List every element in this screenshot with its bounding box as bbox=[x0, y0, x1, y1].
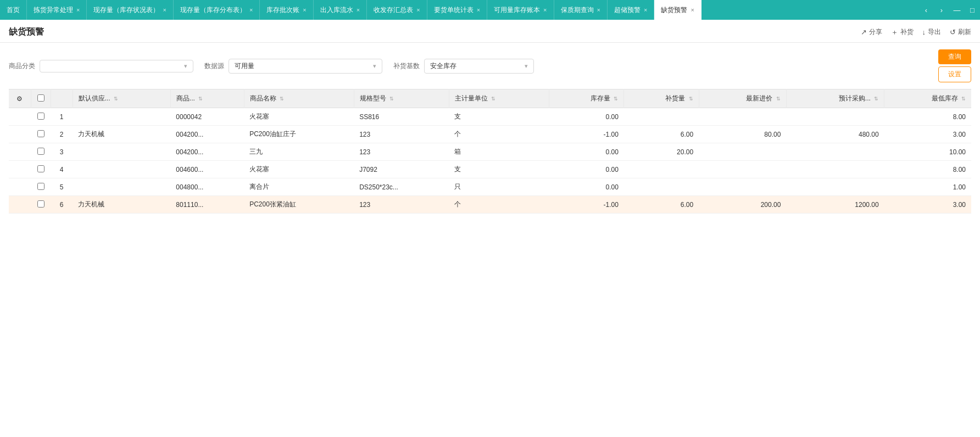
row-replenish-cell: 6.00 bbox=[624, 126, 699, 143]
replenish-base-select[interactable]: 安全库存 ▾ bbox=[424, 59, 534, 74]
row-check-cell bbox=[31, 108, 51, 126]
row-spec-cell: DS250*23c... bbox=[354, 178, 449, 196]
row-checkbox[interactable] bbox=[37, 200, 44, 208]
row-code-cell: 0000042 bbox=[170, 108, 244, 126]
tab-close-batch-account[interactable]: × bbox=[303, 7, 306, 13]
row-name-cell: 三九 bbox=[244, 143, 354, 161]
replenish-base-select-value: 安全库存 bbox=[430, 61, 456, 71]
th-spec[interactable]: 规格型号 ⇅ bbox=[354, 89, 449, 108]
row-spec-cell: 123 bbox=[354, 143, 449, 161]
tab-minimize-btn[interactable]: — bbox=[949, 6, 965, 14]
th-num bbox=[51, 89, 73, 108]
sort-price-icon: ⇅ bbox=[776, 96, 781, 102]
row-stock-cell: -1.00 bbox=[549, 196, 624, 214]
replenish-base-filter-group: 补货基数 安全库存 ▾ bbox=[393, 59, 534, 74]
tab-inout-flow[interactable]: 出入库流水 × bbox=[314, 0, 367, 20]
row-num-cell: 5 bbox=[51, 178, 73, 196]
tab-close-inout-flow[interactable]: × bbox=[357, 7, 360, 13]
table-row: 5 004800... 离合片 DS250*23c... 只 0.00 1.00 bbox=[9, 178, 971, 196]
tab-scroll-right-btn[interactable]: › bbox=[934, 6, 949, 14]
share-button[interactable]: ↗ 分享 bbox=[861, 27, 882, 37]
tab-close-expiry-query[interactable]: × bbox=[597, 7, 600, 13]
row-estimate-cell bbox=[786, 161, 884, 178]
table-row: 1 0000042 火花塞 SS816 支 0.00 8.00 bbox=[9, 108, 971, 126]
datasource-select-value: 可用量 bbox=[235, 61, 254, 71]
row-estimate-cell bbox=[786, 108, 884, 126]
row-code-cell: 004800... bbox=[170, 178, 244, 196]
tab-expiry-query[interactable]: 保质期查询 × bbox=[554, 0, 608, 20]
refresh-icon: ↺ bbox=[950, 28, 956, 36]
th-replenish[interactable]: 补货量 ⇅ bbox=[624, 89, 699, 108]
sort-stock-icon: ⇅ bbox=[614, 96, 618, 102]
select-all-checkbox[interactable] bbox=[37, 94, 44, 102]
tab-collect-summary[interactable]: 收发存汇总表 × bbox=[367, 0, 427, 20]
th-gear[interactable]: ⚙ bbox=[9, 89, 31, 108]
th-code[interactable]: 商品... ⇅ bbox=[170, 89, 244, 108]
query-button[interactable]: 查询 bbox=[938, 49, 971, 64]
row-checkbox[interactable] bbox=[37, 165, 44, 172]
sort-minstk-icon: ⇅ bbox=[961, 96, 966, 102]
tab-close-defect-handling[interactable]: × bbox=[76, 7, 80, 13]
tab-nav-end: ‹ › — □ bbox=[918, 6, 980, 14]
category-dropdown-icon: ▾ bbox=[184, 63, 187, 70]
datasource-select[interactable]: 可用量 ▾ bbox=[229, 59, 382, 74]
share-icon: ↗ bbox=[861, 28, 867, 36]
th-estimate[interactable]: 预计采购... ⇅ bbox=[786, 89, 884, 108]
tab-close-overstock-warning[interactable]: × bbox=[644, 7, 647, 13]
row-checkbox[interactable] bbox=[37, 113, 44, 120]
tab-available-ledger[interactable]: 可用量库存账本 × bbox=[487, 0, 554, 20]
tab-inventory-dist[interactable]: 现存量（库存分布表） × bbox=[174, 0, 260, 20]
row-stock-cell: 0.00 bbox=[549, 108, 624, 126]
row-name-cell: 离合片 bbox=[244, 178, 354, 196]
tab-close-inventory-status[interactable]: × bbox=[163, 7, 166, 13]
th-supplier[interactable]: 默认供应... ⇅ bbox=[73, 89, 170, 108]
tab-home[interactable]: 首页 bbox=[0, 0, 27, 20]
tab-overstock-warning[interactable]: 超储预警 × bbox=[608, 0, 654, 20]
th-stock[interactable]: 库存量 ⇅ bbox=[549, 89, 624, 108]
tab-close-shortage-warning[interactable]: × bbox=[691, 7, 694, 13]
row-checkbox[interactable] bbox=[37, 183, 44, 190]
table-row: 6 力天机械 801110... PC200张紧油缸 123 个 -1.00 6… bbox=[9, 196, 971, 214]
row-unit-cell: 个 bbox=[449, 126, 549, 143]
category-label: 商品分类 bbox=[9, 61, 35, 71]
row-num-cell: 3 bbox=[51, 143, 73, 161]
row-supplier-cell bbox=[73, 178, 170, 196]
tab-close-inventory-dist[interactable]: × bbox=[249, 7, 253, 13]
tab-close-order-stats[interactable]: × bbox=[477, 7, 480, 13]
row-stock-cell: 0.00 bbox=[549, 178, 624, 196]
row-unit-cell: 支 bbox=[449, 161, 549, 178]
tab-defect-handling[interactable]: 拣货异常处理 × bbox=[27, 0, 87, 20]
row-price-cell: 80.00 bbox=[699, 126, 786, 143]
row-checkbox[interactable] bbox=[37, 148, 44, 155]
row-code-cell: 004200... bbox=[170, 143, 244, 161]
row-stock-cell: 0.00 bbox=[549, 143, 624, 161]
tab-inventory-status[interactable]: 现存量（库存状况表） × bbox=[87, 0, 173, 20]
row-minstk-cell: 3.00 bbox=[884, 196, 971, 214]
th-name[interactable]: 商品名称 ⇅ bbox=[244, 89, 354, 108]
row-estimate-cell bbox=[786, 143, 884, 161]
row-name-cell: 火花塞 bbox=[244, 161, 354, 178]
page-content: 缺货预警 ↗ 分享 ＋ 补货 ↓ 导出 ↺ 刷新 商品分类 bbox=[0, 20, 980, 437]
th-unit[interactable]: 主计量单位 ⇅ bbox=[449, 89, 549, 108]
row-checkbox[interactable] bbox=[37, 130, 44, 137]
export-icon: ↓ bbox=[922, 28, 926, 36]
th-min-stock[interactable]: 最低库存 ⇅ bbox=[884, 89, 971, 108]
refresh-button[interactable]: ↺ 刷新 bbox=[950, 27, 971, 37]
tab-order-stats[interactable]: 要货单统计表 × bbox=[427, 0, 487, 20]
replenish-button[interactable]: ＋ 补货 bbox=[891, 27, 914, 37]
row-minstk-cell: 8.00 bbox=[884, 161, 971, 178]
export-button[interactable]: ↓ 导出 bbox=[922, 27, 942, 37]
filter-bar: 商品分类 ▾ 数据源 可用量 ▾ 补货基数 安全库存 ▾ 查询 设置 bbox=[0, 43, 980, 89]
settings-button[interactable]: 设置 bbox=[938, 66, 971, 82]
tab-scroll-left-btn[interactable]: ‹ bbox=[918, 6, 934, 14]
category-select[interactable]: ▾ bbox=[40, 60, 193, 72]
tab-maximize-btn[interactable]: □ bbox=[965, 6, 980, 14]
tab-shortage-warning[interactable]: 缺货预警 × bbox=[654, 0, 701, 20]
tab-close-available-ledger[interactable]: × bbox=[543, 7, 547, 13]
tab-close-collect-summary[interactable]: × bbox=[416, 7, 420, 13]
th-latest-price[interactable]: 最新进价 ⇅ bbox=[699, 89, 786, 108]
row-name-cell: PC200张紧油缸 bbox=[244, 196, 354, 214]
replenish-icon: ＋ bbox=[891, 27, 898, 37]
row-stock-cell: 0.00 bbox=[549, 161, 624, 178]
tab-batch-account[interactable]: 库存批次账 × bbox=[260, 0, 313, 20]
